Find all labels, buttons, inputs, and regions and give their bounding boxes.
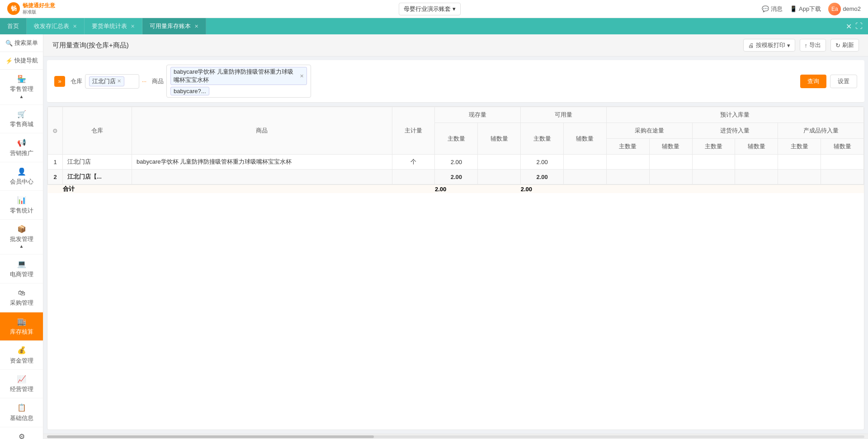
footer-label: 合计 xyxy=(63,184,132,193)
finance-label: 资金管理 xyxy=(10,357,33,365)
product-tag2-value: babycare?... xyxy=(174,88,206,94)
row1-inbound-pending-aux xyxy=(735,155,778,170)
warehouse-more[interactable]: ··· xyxy=(142,78,146,85)
maximize-btn[interactable]: ⛶ xyxy=(855,22,863,30)
th-unit: 主计量 xyxy=(392,107,435,155)
refresh-icon: ↻ xyxy=(835,42,840,49)
row1-index: 1 xyxy=(48,155,63,170)
query-btn[interactable]: 查询 xyxy=(800,75,826,88)
filter-toggle-btn[interactable]: » xyxy=(54,76,65,87)
available-tab-label: 可用量库存账本 xyxy=(150,22,191,30)
column-settings-icon[interactable]: ⚙ xyxy=(52,127,58,134)
avatar: Ea xyxy=(828,3,841,15)
horizontal-scrollbar[interactable] xyxy=(43,434,868,439)
tab-home[interactable]: 首页 xyxy=(0,18,27,34)
row2-production-pending-main xyxy=(778,170,821,185)
footer-empty2 xyxy=(132,184,392,193)
footer-empty3 xyxy=(392,184,435,193)
footer-current-main: 2.00 xyxy=(435,184,478,193)
th-available-group: 可用量 xyxy=(521,107,607,123)
print-template-btn[interactable]: 🖨 按模板打印 ▾ xyxy=(743,39,795,52)
tab-receive[interactable]: 收发存汇总表 ✕ xyxy=(27,18,85,34)
th-purchase-transit-aux: 辅数量 xyxy=(649,139,692,155)
sidebar-item-inventory[interactable]: 🏬 库存核算 xyxy=(0,312,43,341)
row2-current-aux xyxy=(478,170,521,185)
marketing-icon: 📢 xyxy=(17,138,26,148)
tab-order[interactable]: 要货单统计表 ✕ xyxy=(85,18,142,34)
footer-empty1 xyxy=(48,184,63,193)
table-footer: 合计 2.00 2.00 xyxy=(48,184,864,193)
tab-available[interactable]: 可用量库存账本 ✕ xyxy=(142,18,206,34)
operations-icon: 📈 xyxy=(17,374,26,384)
refresh-btn[interactable]: ↻ 刷新 xyxy=(830,39,859,52)
footer-current-aux xyxy=(478,184,521,193)
row1-warehouse: 江北门店 xyxy=(63,155,132,170)
user-avatar-btn[interactable]: Ea demo2 xyxy=(828,3,861,15)
th-current-main: 主数量 xyxy=(435,123,478,155)
warehouse-tag-close[interactable]: ✕ xyxy=(117,78,121,84)
export-label: 导出 xyxy=(809,41,821,49)
th-inbound-pending-main: 主数量 xyxy=(692,139,735,155)
sidebar-item-retail-stats[interactable]: 📊 零售统计 xyxy=(0,191,43,220)
app-download-btn[interactable]: 📱 App下载 xyxy=(790,5,821,13)
row2-available-aux xyxy=(564,170,607,185)
operations-label: 经营管理 xyxy=(10,385,33,393)
export-btn[interactable]: ↑ 导出 xyxy=(800,39,826,52)
retail-stats-icon: 📊 xyxy=(17,195,26,205)
th-warehouse: 仓库 xyxy=(63,107,132,155)
page-header: 可用量查询(按仓库+商品) 🖨 按模板打印 ▾ ↑ 导出 ↻ 刷新 xyxy=(43,34,868,57)
chevron-icon: ▲ xyxy=(19,94,24,100)
filter-actions: 查询 设置 xyxy=(800,75,857,88)
retail-mgmt-label: 零售管理 xyxy=(10,85,33,93)
row1-purchase-transit-aux xyxy=(649,155,692,170)
purchase-label: 采购管理 xyxy=(10,299,33,307)
row2-unit xyxy=(392,170,435,185)
chevron-icon2: ▲ xyxy=(19,243,24,250)
footer-available-main: 2.00 xyxy=(521,184,564,193)
row2-purchase-transit-main xyxy=(606,170,649,185)
sidebar-item-ecommerce[interactable]: 💻 电商管理 xyxy=(0,255,43,283)
sidebar-item-basics[interactable]: 📋 基础信息 xyxy=(0,398,43,427)
close-all-btn[interactable]: ✕ xyxy=(846,22,852,31)
sidebar-item-operations[interactable]: 📈 经营管理 xyxy=(0,370,43,399)
product-tag1-close[interactable]: ✕ xyxy=(300,73,304,79)
sidebar-item-purchase[interactable]: 🛍 采购管理 xyxy=(0,283,43,312)
message-btn[interactable]: 💬 消息 xyxy=(762,5,783,13)
sidebar-item-retail-mgmt[interactable]: 🏪 零售管理 ▲ xyxy=(0,70,43,105)
main-content: 可用量查询(按仓库+商品) 🖨 按模板打印 ▾ ↑ 导出 ↻ 刷新 xyxy=(43,34,868,439)
sidebar-item-wholesale-mgmt[interactable]: 📦 批发管理 ▲ xyxy=(0,220,43,255)
message-icon: 💬 xyxy=(762,5,769,12)
sidebar-item-retail-mall[interactable]: 🛒 零售商城 xyxy=(0,105,43,134)
sidebar-item-marketing[interactable]: 📢 营销推广 xyxy=(0,133,43,162)
settings-btn[interactable]: 设置 xyxy=(830,75,857,88)
basics-label: 基础信息 xyxy=(10,414,33,422)
warehouse-input[interactable]: 江北门店 ✕ xyxy=(85,74,139,89)
row1-production-pending-main xyxy=(778,155,821,170)
nav-tabs-right: ✕ ⛶ xyxy=(840,18,868,34)
layout: 🔍 搜索菜单 ⚡ 快捷导航 🏪 零售管理 ▲ 🛒 零售商城 📢 营销推广 👤 会… xyxy=(0,34,868,439)
row2-product xyxy=(132,170,392,185)
topbar: 畅 畅捷通好生意 标准版 母婴行业演示账套 ▾ 💬 消息 📱 App下载 Ea … xyxy=(0,0,868,18)
ecommerce-label: 电商管理 xyxy=(10,270,33,279)
print-label: 按模板打印 xyxy=(756,41,785,49)
tab-close-available[interactable]: ✕ xyxy=(194,24,198,29)
row1-unit: 个 xyxy=(392,155,435,170)
quick-nav-btn[interactable]: ⚡ 快捷导航 xyxy=(0,52,43,70)
row2-inbound-pending-aux xyxy=(735,170,778,185)
sidebar-item-system[interactable]: ⚙ 系统管理 xyxy=(0,427,43,439)
logo-sub: 标准版 xyxy=(23,9,55,15)
sidebar-item-finance[interactable]: 💰 资金管理 xyxy=(0,341,43,370)
tab-close-order[interactable]: ✕ xyxy=(131,24,135,29)
retail-stats-label: 零售统计 xyxy=(10,207,33,215)
th-purchase-transit-main: 主数量 xyxy=(606,139,649,155)
industry-selector[interactable]: 母婴行业演示账套 ▾ xyxy=(399,3,461,15)
ecommerce-icon: 💻 xyxy=(17,259,26,269)
order-tab-label: 要货单统计表 xyxy=(92,22,127,30)
sidebar-item-member[interactable]: 👤 会员中心 xyxy=(0,162,43,191)
product-input[interactable]: babycare学饮杯 儿童防摔防撞吸管杯重力球吸嘴杯宝宝水杯 ✕ babyca… xyxy=(166,65,311,98)
retail-mgmt-icon: 🏪 xyxy=(17,74,26,84)
search-menu-btn[interactable]: 🔍 搜索菜单 xyxy=(0,34,43,52)
username-label: demo2 xyxy=(843,5,861,12)
product-tag2: babycare?... xyxy=(170,87,209,95)
tab-close-receive[interactable]: ✕ xyxy=(73,24,77,29)
